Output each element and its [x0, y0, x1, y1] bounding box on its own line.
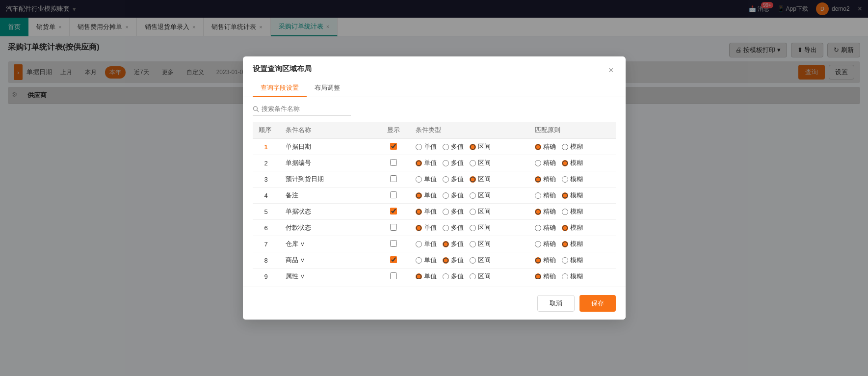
- modal-tab-layout-adjust[interactable]: 布局调整: [307, 80, 348, 97]
- modal-tabs: 查询字段设置 布局调整: [253, 80, 348, 97]
- condition-search-box: [253, 105, 351, 110]
- modal-overlay: 设置查询区域布局 查询字段设置 布局调整 ×: [0, 0, 868, 110]
- modal-title: 设置查询区域布局: [253, 64, 348, 80]
- modal-header: 设置查询区域布局 查询字段设置 布局调整 ×: [243, 56, 626, 97]
- svg-point-0: [253, 107, 257, 110]
- settings-modal: 设置查询区域布局 查询字段设置 布局调整 ×: [243, 56, 626, 110]
- modal-tab-query-fields[interactable]: 查询字段设置: [253, 80, 307, 97]
- search-input[interactable]: [262, 105, 350, 110]
- modal-close-button[interactable]: ×: [606, 64, 616, 77]
- search-icon: [253, 106, 259, 110]
- modal-body: 顺序 条件名称 显示 条件类型 匹配原则 1 单据日期: [243, 97, 626, 110]
